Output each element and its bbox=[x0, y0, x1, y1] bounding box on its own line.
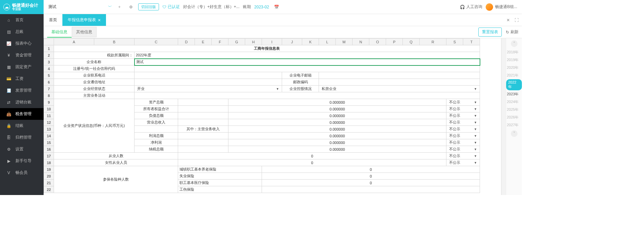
sidebar-item-asset[interactable]: ▦固定资产 bbox=[0, 61, 44, 73]
column-header[interactable]: E bbox=[195, 39, 212, 45]
year-option[interactable]: 2021年 bbox=[506, 71, 522, 79]
row-header[interactable]: 6 bbox=[44, 79, 54, 86]
year-option[interactable]: 2025年 bbox=[506, 106, 522, 113]
support-link[interactable]: 🎧 人工咨询 bbox=[460, 4, 482, 10]
company-value-cell[interactable]: 测试 bbox=[135, 59, 480, 65]
column-header[interactable]: F bbox=[212, 39, 228, 45]
column-header[interactable]: B bbox=[94, 39, 135, 45]
spreadsheet[interactable]: ABCDEFGHIJKLMNOPQRST 1工商年报信息表2税款所属期间：202… bbox=[44, 38, 501, 195]
column-header[interactable]: H bbox=[245, 39, 262, 45]
dropdown-cell[interactable]: 不公示▼ bbox=[448, 147, 478, 152]
sidebar-item-settings[interactable]: ⚙设置 bbox=[0, 143, 44, 155]
dropdown-cell[interactable]: 不公示▼ bbox=[448, 127, 478, 132]
old-version-button[interactable]: 切回旧版 bbox=[138, 3, 159, 10]
reset-button[interactable]: 重置报表 bbox=[478, 28, 502, 37]
row-header[interactable]: 18 bbox=[44, 159, 54, 166]
sidebar-item-close[interactable]: 🔒结账 bbox=[0, 120, 44, 132]
row-header[interactable]: 8 bbox=[44, 92, 54, 99]
year-option[interactable]: 2020年 bbox=[506, 64, 522, 71]
year-option[interactable]: 2022年 bbox=[506, 79, 522, 90]
value-cell[interactable]: 0.000000 bbox=[228, 146, 446, 153]
year-option[interactable]: 2023年 bbox=[506, 90, 522, 98]
dropdown-cell[interactable]: 不公示▼ bbox=[448, 113, 478, 118]
column-header[interactable]: K bbox=[302, 39, 319, 45]
dropdown-cell[interactable]: 不公示▼ bbox=[448, 133, 478, 138]
row-header[interactable]: 7 bbox=[44, 86, 54, 92]
sidebar-item-invoice[interactable]: 🧾发票管理 bbox=[0, 85, 44, 96]
dropdown-cell[interactable]: 开业▼ bbox=[136, 86, 280, 91]
column-header[interactable]: T bbox=[463, 39, 480, 45]
row-header[interactable]: 9 bbox=[44, 99, 54, 106]
value-cell[interactable]: 0.000000 bbox=[228, 119, 446, 126]
year-option[interactable]: 2018年 bbox=[506, 48, 522, 56]
dropdown-cell[interactable]: 不公示▼ bbox=[448, 160, 478, 165]
add-icon[interactable]: ＋ bbox=[115, 3, 123, 11]
refresh-button[interactable]: ↻ 刷新 bbox=[506, 29, 519, 35]
row-header[interactable]: 12 bbox=[44, 119, 54, 126]
brand-logo[interactable]: ☁ 畅捷通好会计 专业版 bbox=[0, 0, 44, 14]
reg-value-cell[interactable] bbox=[135, 65, 480, 72]
subtab-basic[interactable]: 基础信息 bbox=[47, 27, 72, 38]
column-header[interactable] bbox=[44, 39, 54, 45]
column-header[interactable]: L bbox=[319, 39, 336, 45]
value-cell[interactable]: 0.000000 bbox=[228, 133, 446, 139]
sidebar-item-ledger[interactable]: ▤总账 bbox=[0, 26, 44, 38]
period-value[interactable]: 2023-02 bbox=[254, 5, 269, 9]
row-header[interactable]: 10 bbox=[44, 106, 54, 112]
value-cell[interactable]: 0.000000 bbox=[228, 139, 446, 146]
dropdown-cell[interactable]: 不公示▼ bbox=[448, 106, 478, 111]
column-header[interactable]: N bbox=[353, 39, 369, 45]
sidebar-item-stock[interactable]: ⇄进销台账 bbox=[0, 96, 44, 108]
year-up-icon[interactable]: ˄ bbox=[511, 40, 518, 47]
tabs-close-all-icon[interactable]: ✕ bbox=[506, 18, 510, 22]
row-header[interactable]: 15 bbox=[44, 139, 54, 146]
year-option[interactable]: 2024年 bbox=[506, 98, 522, 106]
value-cell[interactable]: 0.000000 bbox=[228, 126, 446, 133]
column-header[interactable]: G bbox=[228, 39, 245, 45]
period-calendar-icon[interactable]: 📅 bbox=[272, 3, 280, 11]
vertical-scrollbar[interactable] bbox=[501, 38, 506, 195]
column-header[interactable]: C bbox=[135, 39, 178, 45]
row-header[interactable]: 13 bbox=[44, 126, 54, 133]
year-option[interactable]: 2026年 bbox=[506, 113, 522, 121]
column-header[interactable]: M bbox=[336, 39, 353, 45]
row-header[interactable]: 5 bbox=[44, 72, 54, 79]
dropdown-cell[interactable]: 不公示▼ bbox=[448, 100, 478, 105]
year-option[interactable]: 2019年 bbox=[506, 56, 522, 64]
gear-icon[interactable]: ⚙ bbox=[127, 3, 135, 11]
value-cell[interactable]: 0.000000 bbox=[228, 99, 446, 106]
value-cell[interactable]: 0.000000 bbox=[228, 112, 446, 119]
column-header[interactable]: A bbox=[54, 39, 94, 45]
column-header[interactable]: R bbox=[420, 39, 446, 45]
row-header[interactable]: 16 bbox=[44, 146, 54, 153]
fullscreen-icon[interactable]: ⛶ bbox=[515, 18, 519, 22]
sidebar-item-money[interactable]: ¥资金管理 bbox=[0, 49, 44, 61]
row-header[interactable]: 3 bbox=[44, 59, 54, 65]
sidebar-item-home[interactable]: ⌂首页 bbox=[0, 14, 44, 26]
column-header[interactable]: D bbox=[178, 39, 195, 45]
sidebar-item-archive[interactable]: 🗄归档管理 bbox=[0, 132, 44, 143]
dropdown-cell[interactable]: 不公示▼ bbox=[448, 140, 478, 145]
close-icon[interactable]: × bbox=[98, 17, 101, 23]
subtab-other[interactable]: 其他信息 bbox=[72, 27, 97, 37]
row-header[interactable]: 1 bbox=[44, 45, 54, 52]
dropdown-cell[interactable]: 不公示▼ bbox=[448, 153, 478, 158]
year-down-icon[interactable]: ˅ bbox=[511, 130, 518, 137]
year-option[interactable]: 2027年 bbox=[506, 121, 522, 129]
column-header[interactable]: P bbox=[386, 39, 403, 45]
company-select[interactable]: 测试 ﹀ bbox=[48, 3, 112, 11]
row-header[interactable]: 14 bbox=[44, 133, 54, 139]
row-header[interactable]: 4 bbox=[44, 65, 54, 72]
value-cell[interactable]: 0.000000 bbox=[228, 106, 446, 112]
dropdown-cell[interactable]: 不公示▼ bbox=[448, 120, 478, 125]
column-header[interactable]: O bbox=[369, 39, 386, 45]
column-header[interactable]: Q bbox=[403, 39, 420, 45]
column-header[interactable]: S bbox=[446, 39, 463, 45]
sidebar-item-chart[interactable]: 📈报表中心 bbox=[0, 38, 44, 49]
row-header[interactable]: 20 bbox=[44, 173, 54, 180]
user-menu[interactable]: 畅捷通B组... bbox=[486, 3, 517, 11]
row-header[interactable]: 2 bbox=[44, 52, 54, 59]
column-header[interactable]: I bbox=[262, 39, 282, 45]
row-header[interactable]: 19 bbox=[44, 166, 54, 173]
tab-annual-report[interactable]: 年报信息申报表 × bbox=[62, 14, 106, 26]
